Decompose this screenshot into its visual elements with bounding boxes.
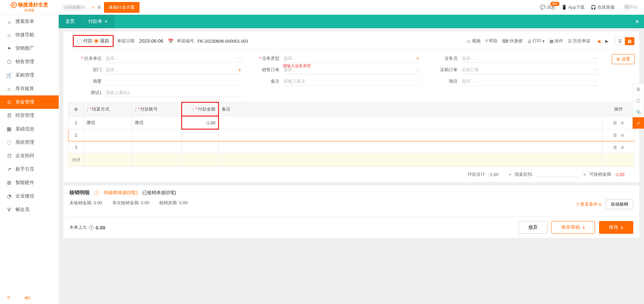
history-link[interactable]: ☰历史单据 bbox=[568, 38, 590, 44]
tab-payment[interactable]: 付款单✕ bbox=[82, 15, 114, 28]
sidebar-item-quicknav[interactable]: ⌂快捷导航 bbox=[0, 28, 59, 42]
col-method[interactable]: 结算方式 bbox=[90, 106, 109, 112]
settings-button[interactable]: ⚙设置 bbox=[612, 54, 635, 64]
support-link[interactable]: 🎧在线客服 bbox=[591, 4, 615, 10]
chevron-down-icon[interactable]: ∨ bbox=[92, 5, 95, 9]
delete-row-icon[interactable]: 🗑 bbox=[613, 133, 617, 138]
star-icon: ✦ bbox=[6, 45, 12, 51]
float-draft-icon[interactable]: 草 bbox=[633, 84, 644, 95]
discount-input[interactable] bbox=[536, 172, 580, 177]
coin-icon: ⊙ bbox=[6, 99, 12, 105]
save-draft-button[interactable]: 保存草稿∧ bbox=[551, 221, 595, 234]
info-icon[interactable]: i bbox=[94, 190, 99, 195]
date-value[interactable]: 2023-06-06 bbox=[138, 38, 165, 44]
biztype-select[interactable]: ∨请输入业务类型 bbox=[283, 54, 420, 63]
biztype-label: 业务类型 bbox=[253, 55, 283, 61]
sidebar-item-sales[interactable]: ⬡销售管理 bbox=[0, 55, 59, 69]
sidebar-item-collab[interactable]: ☷企业协同 bbox=[0, 149, 59, 163]
delete-row-icon[interactable]: 🗑 bbox=[613, 120, 617, 125]
messages-link[interactable]: 💬 消息 99+ bbox=[540, 4, 555, 10]
user-avatar[interactable]: 用户 ▾ bbox=[621, 4, 640, 10]
radio-payment[interactable]: 付款 bbox=[77, 38, 93, 44]
dept-label: 部门 bbox=[75, 67, 105, 73]
calendar-icon[interactable]: 📅 bbox=[168, 39, 173, 44]
sidebar-item-system[interactable]: ◌系统管理 bbox=[0, 136, 59, 149]
sidebar-item-finance[interactable]: ⊙资金管理 bbox=[0, 95, 59, 109]
question-icon[interactable]: ? bbox=[89, 225, 94, 230]
collapse-icon[interactable]: ◀)) bbox=[24, 295, 31, 300]
app-download-link[interactable]: 📱App下载 bbox=[561, 4, 585, 10]
more-filters-link[interactable]: ▽更多条件 ∧ bbox=[576, 201, 602, 207]
gear-icon: ⚙ bbox=[616, 57, 620, 62]
test1-label: 测试1 bbox=[75, 90, 105, 96]
settings-icon[interactable]: ⚙ bbox=[7, 295, 11, 300]
test1-input[interactable] bbox=[105, 88, 243, 97]
view-list-icon[interactable]: ☰ bbox=[615, 37, 625, 45]
sidebar-item-inventory[interactable]: ⌂库存核算 bbox=[0, 82, 59, 95]
float-attach-icon[interactable]: 📎 bbox=[633, 106, 644, 118]
view-grid-icon[interactable]: ▦ bbox=[625, 37, 634, 45]
table-gear-icon[interactable]: ⚙ bbox=[74, 107, 78, 112]
sidebar-item-guide[interactable]: ↗新手引导 bbox=[0, 163, 59, 176]
col-amount[interactable]: 付款金额 bbox=[196, 106, 215, 112]
project-select[interactable]: ⋯ bbox=[461, 77, 598, 86]
expand-icon[interactable]: ⛶ bbox=[638, 32, 642, 37]
float-expand-icon[interactable]: ⤢ bbox=[633, 117, 644, 129]
phone-icon: 📱 bbox=[561, 5, 567, 10]
table-row[interactable]: 2 🗑⊕ bbox=[68, 129, 635, 141]
float-doc-icon[interactable]: ☐ bbox=[633, 95, 644, 106]
company-selector[interactable]: 公司名称 ▾ bbox=[59, 4, 89, 10]
chevron-down-icon[interactable]: ∨ bbox=[416, 56, 420, 61]
radio-refund[interactable]: 退款 bbox=[94, 38, 109, 44]
shortcut-link[interactable]: ⌨快捷键 bbox=[502, 38, 523, 44]
sidebar-item-member[interactable]: Ⅴ畅会员 bbox=[0, 203, 59, 216]
summary-input[interactable] bbox=[105, 77, 243, 86]
col-account[interactable]: 付款账号 bbox=[138, 106, 158, 112]
partner-select[interactable]: ⋯ bbox=[105, 54, 243, 63]
add-row-icon[interactable]: ⊕ bbox=[621, 145, 624, 150]
sidebar-item-search[interactable]: ⌕搜索菜单 bbox=[0, 15, 59, 28]
docno-value: FK-20230606-000001-001 bbox=[198, 39, 249, 44]
operate-button[interactable]: ▦操作 bbox=[549, 38, 563, 44]
partner-label: 往来单位 bbox=[75, 55, 105, 61]
verify-tab-done[interactable]: 已核销单据(0笔) bbox=[142, 190, 176, 196]
help-link[interactable]: ?帮助 bbox=[485, 38, 497, 44]
gear-icon[interactable]: ⚙ bbox=[95, 3, 104, 11]
tabbar-close-icon[interactable]: ✕ bbox=[630, 18, 644, 25]
table-row[interactable]: 3 🗑⊕ bbox=[68, 141, 635, 154]
tabbar: 首页 付款单✕ ✕ ⛶ bbox=[59, 15, 644, 28]
dept-select[interactable]: ∨ bbox=[105, 66, 243, 74]
sidebar-item-hardware[interactable]: ⊞智能硬件 bbox=[0, 176, 59, 189]
tab-home[interactable]: 首页 bbox=[59, 15, 82, 28]
saleorder-select[interactable]: ⋯ bbox=[283, 66, 420, 74]
sidebar-item-marketing[interactable]: ✦营销推广 bbox=[0, 42, 59, 55]
next-arrow-icon[interactable]: ▶ bbox=[603, 38, 610, 44]
abandon-button[interactable]: 放弃 bbox=[519, 221, 547, 234]
table-row[interactable]: 1 微信 微信 -1.00 🗑⊕ bbox=[68, 116, 635, 129]
add-row-icon[interactable]: ⊕ bbox=[621, 120, 624, 125]
prev-arrow-icon[interactable]: ◀ bbox=[595, 38, 602, 44]
sidebar-item-basedata[interactable]: ▦基础信息 bbox=[0, 122, 59, 136]
video-link[interactable]: ▷视频 bbox=[468, 38, 481, 44]
print-button[interactable]: 🖨打印 ▾ bbox=[527, 38, 545, 44]
sidebar-item-operation[interactable]: ☰经营管理 bbox=[0, 109, 59, 122]
purchaseorder-select[interactable]: ⋯ bbox=[461, 66, 598, 74]
close-icon[interactable]: ✕ bbox=[104, 19, 108, 24]
add-row-icon[interactable]: ⊕ bbox=[621, 133, 624, 138]
headset-icon: 🎧 bbox=[591, 5, 596, 10]
clerk-select[interactable]: ⋯ bbox=[461, 54, 598, 63]
trial-button[interactable]: 体验行业方案 bbox=[104, 2, 140, 13]
verify-tab-pending[interactable]: 待核销单据(0笔) bbox=[104, 190, 138, 196]
remark-input[interactable] bbox=[283, 77, 420, 86]
chevron-down-icon: ▾ bbox=[542, 39, 545, 44]
chevron-down-icon[interactable]: ∨ bbox=[237, 68, 242, 72]
sidebar-item-wecom[interactable]: ◔企业微信 bbox=[0, 189, 59, 203]
col-remark[interactable]: 备注 bbox=[222, 106, 230, 112]
summary-line: 付款合计 -1.00 + 现金折扣: = 可核销金额 -1.00 bbox=[68, 167, 635, 179]
play-icon: ▷ bbox=[468, 39, 471, 44]
list-icon: ☰ bbox=[6, 113, 12, 119]
delete-row-icon[interactable]: 🗑 bbox=[613, 145, 617, 150]
auto-writeoff-button[interactable]: 自动核销 bbox=[606, 199, 633, 209]
sidebar-item-purchase[interactable]: 🛒采购管理 bbox=[0, 69, 59, 82]
save-button[interactable]: 保存∧ bbox=[599, 221, 633, 234]
